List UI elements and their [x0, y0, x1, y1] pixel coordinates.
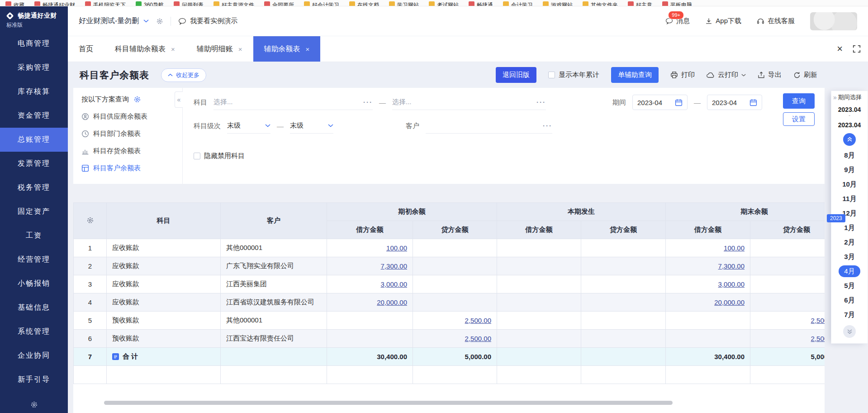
month-item[interactable]: 10月: [839, 178, 860, 190]
amount-link[interactable]: 20,000.00: [714, 298, 745, 306]
tab-subject-aux-balance[interactable]: 科目辅助余额表 ×: [104, 36, 186, 62]
messages-button[interactable]: 99+ 消息: [665, 17, 690, 25]
sidebar-item-tax[interactable]: 税务管理: [0, 176, 68, 200]
bookmark-item[interactable]: 合同要所: [264, 1, 294, 6]
settings-button[interactable]: 设置: [783, 112, 815, 126]
print-button[interactable]: 打印: [670, 71, 695, 79]
sidebar-item-ecommerce[interactable]: 电商管理: [0, 32, 68, 56]
amount-link[interactable]: 3,000.00: [381, 280, 407, 288]
table-row[interactable]: 4 应收账款 江西省琼汉建筑服务有限公司 20,000.00 20,000.00: [74, 293, 825, 312]
scroll-up-button[interactable]: [843, 133, 856, 146]
month-item[interactable]: 2月: [839, 236, 860, 248]
bookmark-item[interactable]: 学习网站: [389, 1, 419, 6]
table-row[interactable]: 6 预收账款 江西宝达有限责任公司 2,500.00 2,500.00: [74, 330, 825, 348]
amount-link[interactable]: 2,500.00: [465, 317, 491, 324]
table-row[interactable]: 1 应收账款 其他000001 100.00 100.00: [74, 239, 825, 257]
hide-disabled-checkbox-row[interactable]: 隐藏禁用科目: [194, 152, 245, 160]
table-settings-button[interactable]: [74, 203, 107, 239]
period-to-field[interactable]: 2023-04: [707, 95, 762, 110]
table-row[interactable]: 2 应收账款 广东飞翔实业有限公司 7,300.00 7,300.00: [74, 257, 825, 275]
bookmark-item[interactable]: 问题列表: [174, 1, 204, 6]
sidebar-item-purchase[interactable]: 采购管理: [0, 56, 68, 80]
bookmark-item[interactable]: 好主意: [628, 1, 652, 6]
level-to-select[interactable]: 末级: [290, 118, 333, 134]
show-ytd-checkbox-row[interactable]: 显示本年累计: [548, 71, 599, 79]
sidebar-item-fixed-assets[interactable]: 固定资产: [0, 200, 68, 224]
amount-link[interactable]: 7,300.00: [718, 262, 745, 270]
sidebar-item-collaboration[interactable]: 企业协同: [0, 344, 68, 368]
more-options-button[interactable]: ···: [363, 98, 373, 106]
scroll-down-button[interactable]: [843, 325, 856, 338]
back-to-old-version-button[interactable]: 退回旧版: [496, 67, 536, 83]
org-settings-button[interactable]: [156, 18, 163, 25]
month-item[interactable]: 7月: [839, 309, 860, 321]
cloud-print-button[interactable]: 云打印: [707, 71, 746, 79]
query-scheme-customer-balance[interactable]: 科目客户余额表: [81, 164, 182, 173]
tab-aux-detail[interactable]: 辅助明细账 ×: [186, 36, 253, 62]
bookmark-item[interactable]: 手机陪监天下: [85, 1, 126, 6]
query-scheme-department-balance[interactable]: 科目部门余额表: [81, 130, 182, 138]
close-tab-icon[interactable]: ×: [306, 45, 310, 53]
table-row[interactable]: 5 预收账款 其他000001 2,500.00 2,500.00: [74, 312, 825, 330]
sidebar-item-expense[interactable]: 小畅报销: [0, 272, 68, 296]
bookmark-item[interactable]: 畅捷通好业财: [34, 1, 75, 6]
bookmark-item[interactable]: 游戏网站: [543, 1, 573, 6]
query-button[interactable]: 查询: [783, 93, 815, 109]
sidebar-item-invoice[interactable]: 发票管理: [0, 152, 68, 176]
sidebar-item-basic-info[interactable]: 基础信息: [0, 296, 68, 320]
month-item[interactable]: 9月: [839, 164, 860, 176]
org-selector[interactable]: 好业财测试-量勿删: [79, 16, 149, 26]
sidebar-item-guide[interactable]: 新手引导: [0, 368, 68, 392]
bookmark-item[interactable]: 其他文件夹: [583, 1, 618, 6]
bookmark-item[interactable]: 360导航: [136, 1, 164, 6]
sidebar-settings-button[interactable]: [0, 396, 68, 413]
level-from-select[interactable]: 末级: [227, 118, 270, 134]
month-item[interactable]: 5月: [839, 280, 860, 292]
bookmark-item[interactable]: 好主意源文件: [213, 1, 254, 6]
sidebar-item-funds[interactable]: 资金管理: [0, 104, 68, 128]
checkbox[interactable]: [548, 72, 555, 78]
amount-link[interactable]: 2,500.00: [811, 335, 825, 342]
period-from-field[interactable]: 2023-04: [632, 95, 688, 110]
subject-to-field[interactable]: 选择... ···: [392, 95, 546, 110]
close-icon[interactable]: ×: [837, 44, 843, 54]
export-button[interactable]: 导出: [758, 71, 782, 79]
customer-field[interactable]: ···: [426, 118, 552, 134]
app-download-button[interactable]: App下载: [705, 17, 741, 25]
month-item[interactable]: 1月: [839, 222, 860, 234]
query-scheme-supplier-balance[interactable]: 科目供应商余额表: [81, 112, 182, 121]
sidebar-item-operations[interactable]: 经营管理: [0, 248, 68, 272]
bookmark-item[interactable]: 在线文档: [349, 1, 379, 6]
sidebar-item-payroll[interactable]: 工资: [0, 224, 68, 248]
online-service-button[interactable]: 在线客服: [757, 17, 795, 25]
more-options-button[interactable]: ···: [536, 98, 546, 106]
checkbox[interactable]: [194, 153, 200, 159]
sidebar-item-system[interactable]: 系统管理: [0, 320, 68, 344]
month-item-active[interactable]: 4月: [839, 265, 860, 277]
amount-link[interactable]: 2,500.00: [465, 335, 491, 342]
collapse-more-button[interactable]: 收起更多: [161, 68, 206, 82]
amount-link[interactable]: 3,000.00: [718, 280, 745, 288]
close-tab-icon[interactable]: ×: [171, 45, 175, 53]
month-item[interactable]: 8月: [839, 149, 860, 161]
tab-aux-balance[interactable]: 辅助余额表 ×: [253, 36, 321, 62]
sidebar-item-inventory-accounting[interactable]: 库存核算: [0, 80, 68, 104]
demo-link[interactable]: 我要看实例演示: [178, 17, 237, 25]
horizontal-scrollbar-thumb[interactable]: [104, 401, 673, 405]
fullscreen-icon[interactable]: [853, 45, 861, 53]
sidebar-item-general-ledger[interactable]: 总账管理: [0, 128, 68, 152]
amount-link[interactable]: 100.00: [724, 244, 745, 252]
single-aux-query-button[interactable]: 单辅助查询: [611, 67, 659, 83]
collapse-panel-button[interactable]: «: [175, 91, 183, 108]
bookmark-item[interactable]: 好会计学习: [304, 1, 339, 6]
amount-link[interactable]: 100.00: [386, 244, 407, 252]
amount-link[interactable]: 2,500.00: [811, 317, 825, 324]
month-item[interactable]: 3月: [839, 251, 860, 263]
close-tab-icon[interactable]: ×: [238, 45, 242, 53]
scheme-settings-button[interactable]: [133, 96, 141, 103]
month-item[interactable]: 6月: [839, 294, 860, 306]
more-options-button[interactable]: ···: [543, 122, 552, 130]
bookmark-item[interactable]: 平板电脑: [662, 1, 692, 6]
month-item[interactable]: 11月: [839, 193, 860, 205]
subject-from-field[interactable]: 选择... ···: [213, 95, 373, 110]
